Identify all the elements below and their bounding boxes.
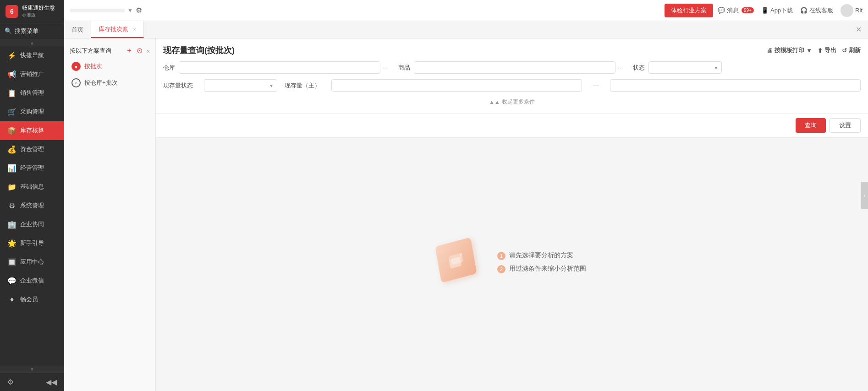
inventory-qty-label: 现存量（主） — [285, 81, 320, 90]
sidebar-item-system[interactable]: ⚙系统管理 — [0, 196, 64, 215]
warehouse-label: 仓库 — [163, 64, 175, 72]
warehouse-more-icon[interactable]: ··· — [380, 64, 391, 71]
messages-button[interactable]: 💬 消息 99+ — [718, 6, 754, 15]
app-edition: 标准版 — [22, 12, 55, 18]
sidebar-item-shortcuts[interactable]: ⚡快捷导航 — [0, 46, 64, 65]
online-service-button[interactable]: 🎧 在线客服 — [800, 6, 833, 15]
main-content: ▼ ⚙ 体验行业方案 💬 消息 99+ 📱 App下载 🎧 在线客服 Rit — [64, 0, 868, 391]
inventory-status-select-wrap — [204, 79, 277, 92]
empty-state: 1 请先选择要分析的方案 2 用过滤条件来缩小分析范围 — [156, 138, 868, 391]
sidebar-item-label: 资金管理 — [20, 145, 44, 153]
right-panel-handle[interactable]: › — [861, 182, 868, 209]
appcenter-icon: 🔲 — [7, 258, 16, 266]
sidebar-footer: ⚙ ◀◀ — [0, 373, 64, 391]
sidebar-item-purchase[interactable]: 🛒采购管理 — [0, 103, 64, 121]
topbar-dropdown-icon[interactable]: ▼ — [127, 7, 133, 14]
sidebar-item-label: 企业微信 — [20, 277, 44, 285]
print-icon: 🖨 — [767, 47, 773, 54]
user-avatar-button[interactable]: Rit — [841, 4, 863, 17]
status-select[interactable] — [648, 61, 722, 74]
empty-text: 1 请先选择要分析的方案 2 用过滤条件来缩小分析范围 — [497, 251, 586, 278]
status-label: 状态 — [633, 64, 645, 72]
collapse-icon: ▲▲ — [489, 99, 500, 105]
topbar-search-box[interactable] — [70, 9, 125, 12]
sidebar-item-label: 销售管理 — [20, 89, 44, 97]
product-input[interactable] — [414, 61, 615, 74]
operation-icon: 📊 — [7, 164, 16, 173]
trial-button[interactable]: 体验行业方案 — [665, 4, 713, 17]
scheme-item-batch[interactable]: ● 按批次 — [64, 58, 155, 75]
collapse-scheme-icon[interactable]: « — [146, 47, 150, 54]
user-avatar — [841, 4, 853, 17]
scheme-warehouse-icon: ○ — [71, 78, 81, 87]
product-more-icon[interactable]: ··· — [615, 64, 626, 71]
sidebar-item-sales[interactable]: 📋销售管理 — [0, 84, 64, 103]
sidebar-item-appcenter[interactable]: 🔲应用中心 — [0, 253, 64, 272]
tab-inventory-batch[interactable]: 库存批次账 × — [91, 21, 144, 38]
tab-panel-close-button[interactable]: ✕ — [849, 25, 868, 34]
scheme-title-label: 按以下方案查询 — [70, 47, 111, 55]
scheme-item-warehouse-batch[interactable]: ○ 按仓库+批次 — [64, 75, 155, 91]
empty-step-1: 1 请先选择要分析的方案 — [497, 251, 586, 260]
sidebar-item-newguide[interactable]: 🌟新手引导 — [0, 234, 64, 253]
enterprise-icon: 🏢 — [7, 220, 16, 229]
headset-icon: 🎧 — [800, 7, 808, 14]
sidebar-item-label: 企业协同 — [20, 220, 44, 228]
sidebar-item-corpwx[interactable]: 💬企业微信 — [0, 272, 64, 290]
sidebar-item-basic[interactable]: 📁基础信息 — [0, 178, 64, 196]
sidebar-item-finance[interactable]: 💰资金管理 — [0, 140, 64, 159]
tab-close-icon[interactable]: × — [133, 26, 136, 33]
user-name: Rit — [855, 7, 863, 14]
collapse-label: 收起更多条件 — [502, 98, 535, 106]
sidebar-item-enterprise[interactable]: 🏢企业协同 — [0, 215, 64, 234]
action-bar: 查询 设置 — [156, 114, 868, 138]
print-dropdown-icon[interactable]: ▼ — [806, 47, 812, 54]
sales-icon: 📋 — [7, 89, 16, 98]
tabbar: 首页 库存批次账 × ✕ — [64, 21, 868, 38]
topbar-gear-icon[interactable]: ⚙ — [136, 6, 142, 15]
collapse-sidebar-icon[interactable]: ◀◀ — [46, 378, 57, 386]
export-icon: ⬆ — [818, 47, 823, 54]
query-button[interactable]: 查询 — [796, 118, 826, 133]
settings-footer-icon[interactable]: ⚙ — [7, 378, 14, 386]
export-action[interactable]: ⬆ 导出 — [818, 46, 836, 54]
sidebar-nav: ⚡快捷导航📢营销推广📋销售管理🛒采购管理📦库存核算💰资金管理📊经营管理📁基础信息… — [0, 46, 64, 366]
app-download-button[interactable]: 📱 App下载 — [761, 6, 793, 15]
tab-home[interactable]: 首页 — [64, 21, 91, 38]
shortcuts-icon: ⚡ — [7, 51, 16, 60]
app-title: 畅康通好生意 — [22, 5, 55, 12]
refresh-action[interactable]: ↺ 刷新 — [842, 46, 861, 54]
scroll-down-arrow[interactable]: ▼ — [0, 366, 64, 373]
topbar: ▼ ⚙ 体验行业方案 💬 消息 99+ 📱 App下载 🎧 在线客服 Rit — [64, 0, 868, 21]
step-1-num: 1 — [497, 252, 505, 260]
inventory-status-select[interactable] — [204, 79, 277, 92]
settings-button[interactable]: 设置 — [830, 118, 861, 133]
inventory-qty-to-input[interactable] — [610, 79, 861, 92]
sidebar-item-label: 快捷导航 — [20, 51, 44, 60]
sidebar-item-marketing[interactable]: 📢营销推广 — [0, 65, 64, 84]
refresh-icon: ↺ — [842, 47, 847, 54]
settings-scheme-icon[interactable]: ⊙ — [137, 46, 143, 55]
messages-label: 消息 — [727, 6, 739, 15]
page-title-bar: 现存量查询(按批次) 🖨 按模板打印 ▼ ⬆ 导出 ↺ — [163, 45, 861, 56]
warehouse-input[interactable] — [179, 61, 380, 74]
sidebar-item-member[interactable]: ♦畅会员 — [0, 290, 64, 309]
sidebar-item-label: 库存核算 — [20, 126, 44, 135]
page-content: 按以下方案查询 ＋ ⊙ « ● 按批次 ○ 按仓库+批次 现存量查询(按 — [64, 38, 868, 391]
collapse-more-btn[interactable]: ▲▲ 收起更多条件 — [163, 95, 861, 109]
sidebar-item-operation[interactable]: 📊经营管理 — [0, 159, 64, 178]
newguide-icon: 🌟 — [7, 239, 16, 248]
sidebar-item-label: 畅会员 — [20, 295, 38, 304]
inventory-icon: 📦 — [7, 126, 16, 135]
sidebar-item-inventory[interactable]: 📦库存核算 — [0, 121, 64, 140]
corpwx-icon: 💬 — [7, 277, 16, 285]
add-scheme-icon[interactable]: ＋ — [126, 46, 133, 55]
inventory-qty-from-input[interactable] — [331, 79, 582, 92]
product-label: 商品 — [398, 64, 410, 72]
empty-cube-icon — [435, 237, 477, 283]
search-menu[interactable]: 🔍 搜索菜单 — [0, 23, 64, 39]
print-label: 按模板打印 — [775, 46, 804, 54]
print-action[interactable]: 🖨 按模板打印 ▼ — [767, 46, 812, 54]
tab-inventory-batch-label: 库存批次账 — [99, 25, 128, 33]
scroll-up-arrow[interactable]: ▲ — [0, 39, 64, 46]
